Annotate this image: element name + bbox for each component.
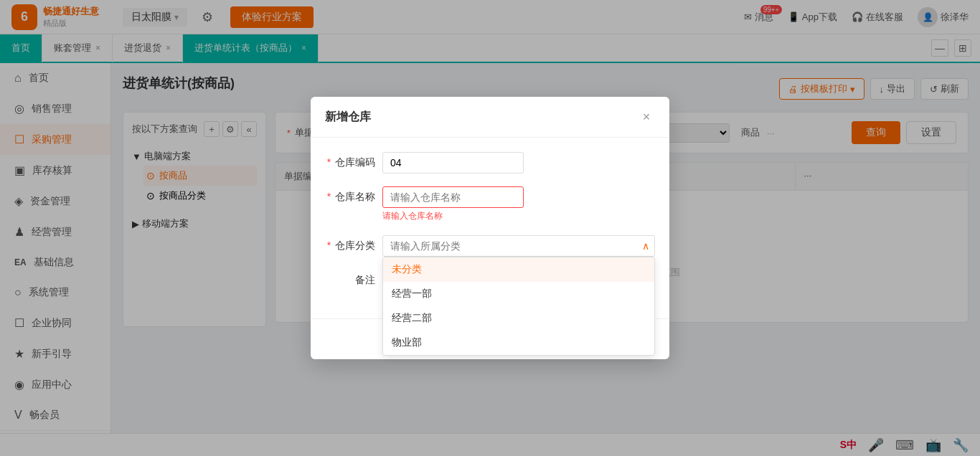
dropdown-option-dept1[interactable]: 经营一部 (383, 282, 654, 306)
modal-body: * 仓库编码 * 仓库名称 请输入仓库名称 (311, 138, 669, 318)
dropdown-option-uncategorized[interactable]: 未分类 (383, 257, 654, 282)
category-input[interactable] (382, 235, 655, 257)
category-dropdown: ∧ 未分类 经营一部 经营二部 物业部 (382, 235, 655, 257)
form-label-note: 备注 (325, 270, 382, 287)
form-code-wrap (382, 152, 655, 174)
form-row-name: * 仓库名称 请输入仓库名称 (325, 186, 655, 222)
modal-header: 新增仓库 × (311, 97, 669, 138)
modal-overlay: 新增仓库 × * 仓库编码 * 仓库名称 (0, 0, 980, 456)
name-input[interactable] (382, 186, 524, 208)
form-label-name: * 仓库名称 (325, 186, 382, 204)
dropdown-option-property[interactable]: 物业部 (383, 331, 654, 355)
name-error: 请输入仓库名称 (382, 210, 655, 222)
dropdown-option-dept2[interactable]: 经营二部 (383, 306, 654, 331)
form-label-code: * 仓库编码 (325, 152, 382, 169)
category-dropdown-list: 未分类 经营一部 经营二部 物业部 (382, 257, 655, 356)
form-name-wrap: 请输入仓库名称 (382, 186, 655, 222)
form-label-category: * 仓库分类 (325, 235, 382, 252)
code-input[interactable] (382, 152, 524, 174)
form-row-code: * 仓库编码 (325, 152, 655, 174)
modal-close-button[interactable]: × (638, 108, 655, 125)
modal-title: 新增仓库 (325, 110, 371, 125)
modal-new-warehouse: 新增仓库 × * 仓库编码 * 仓库名称 (311, 97, 669, 359)
form-row-category: * 仓库分类 ∧ 未分类 经营一部 经营二部 物业部 (325, 235, 655, 257)
